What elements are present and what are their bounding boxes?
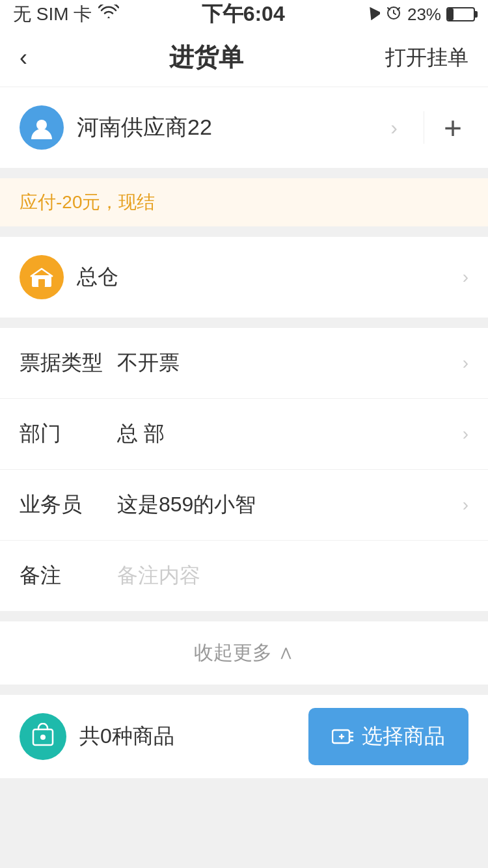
warehouse-chevron-icon: › (463, 267, 468, 288)
department-chevron-icon: › (463, 424, 468, 444)
invoice-type-value: 不开票 (104, 349, 463, 377)
warehouse-row[interactable]: 总仓 › (0, 237, 488, 318)
divider (424, 111, 424, 144)
back-button[interactable]: ‹ (20, 44, 27, 72)
salesperson-row[interactable]: 业务员 这是859的小智 › (0, 470, 488, 541)
page-title: 进货单 (169, 41, 243, 74)
department-row[interactable]: 部门 总 部 › (0, 399, 488, 470)
bottom-bar: 共0种商品 选择商品 (0, 695, 488, 778)
select-product-button[interactable]: 选择商品 (308, 708, 468, 765)
warehouse-icon (20, 255, 64, 299)
supplier-section: 河南供应商22 › + (0, 87, 488, 168)
collapse-bar[interactable]: 收起更多 ∧ (0, 621, 488, 685)
collapse-label: 收起更多 ∧ (194, 640, 293, 666)
remark-row[interactable]: 备注 备注内容 (0, 541, 488, 611)
open-pending-button[interactable]: 打开挂单 (385, 44, 468, 72)
svg-point-1 (36, 120, 47, 130)
notice-text: 应付-20元，现结 (20, 192, 155, 212)
svg-rect-3 (38, 279, 45, 287)
nav-bar: ‹ 进货单 打开挂单 (0, 29, 488, 87)
salesperson-chevron-icon: › (463, 495, 468, 515)
svg-point-5 (40, 735, 46, 740)
content: 河南供应商22 › + 应付-20元，现结 总仓 › 票据类型 不开票 (0, 87, 488, 868)
salesperson-value: 这是859的小智 (104, 491, 463, 519)
alarm-icon (385, 4, 402, 25)
supplier-avatar (20, 105, 64, 150)
battery-icon (446, 7, 475, 21)
add-supplier-button[interactable]: + (437, 110, 468, 146)
product-icon (20, 713, 66, 760)
remark-label: 备注 (20, 562, 104, 590)
status-left: 无 SIM 卡 (13, 2, 119, 27)
invoice-type-row[interactable]: 票据类型 不开票 › (0, 328, 488, 399)
invoice-type-chevron-icon: › (463, 353, 468, 373)
warehouse-label: 总仓 (77, 263, 463, 292)
carrier-text: 无 SIM 卡 (13, 2, 92, 27)
wifi-icon (98, 4, 119, 25)
form-section: 票据类型 不开票 › 部门 总 部 › 业务员 这是859的小智 › 备注 备注… (0, 328, 488, 611)
status-time: 下午6:04 (202, 0, 285, 29)
battery-percentage: 23% (407, 5, 441, 25)
supplier-row[interactable]: 河南供应商22 › + (0, 87, 488, 168)
location-icon (367, 5, 380, 25)
invoice-type-label: 票据类型 (20, 349, 104, 377)
department-value: 总 部 (104, 420, 463, 448)
notice-banner: 应付-20元，现结 (0, 178, 488, 226)
page-bottom-spacer (0, 778, 488, 868)
select-product-label: 选择商品 (362, 722, 445, 751)
status-right: 23% (367, 4, 475, 25)
status-bar: 无 SIM 卡 下午6:04 23% (0, 0, 488, 29)
supplier-name: 河南供应商22 (77, 113, 390, 142)
remark-placeholder: 备注内容 (104, 562, 468, 590)
product-count-text: 共0种商品 (79, 722, 295, 751)
warehouse-section: 总仓 › (0, 237, 488, 318)
department-label: 部门 (20, 420, 104, 448)
supplier-chevron-icon: › (390, 116, 398, 140)
salesperson-label: 业务员 (20, 491, 104, 519)
